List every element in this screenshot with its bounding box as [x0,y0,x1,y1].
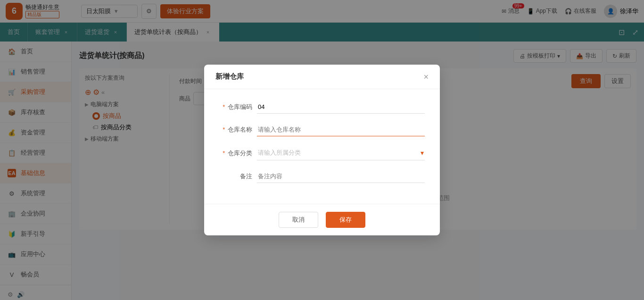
required-star-code: * [223,103,225,110]
category-form-row: * 仓库分类 请输入所属分类 ▾ [219,146,425,160]
category-placeholder: 请输入所属分类 [258,149,301,157]
save-button[interactable]: 保存 [326,212,365,228]
cancel-button[interactable]: 取消 [279,212,318,228]
code-label: * 仓库编码 [219,103,257,111]
required-star-category: * [223,150,225,157]
modal-body: * 仓库编码 * 仓库名称 * 仓库分类 请输入所属 [204,89,440,204]
add-warehouse-modal: 新增仓库 × * 仓库编码 * 仓库名称 [204,65,440,235]
category-dropdown-icon: ▾ [421,149,424,157]
code-form-row: * 仓库编码 [219,100,425,114]
modal-close-button[interactable]: × [423,73,429,81]
required-star-name: * [223,126,225,133]
note-label: 备注 [219,172,257,181]
category-select[interactable]: 请输入所属分类 ▾ [257,146,425,160]
category-label: * 仓库分类 [219,149,257,158]
name-form-row: * 仓库名称 [219,123,425,136]
name-label: * 仓库名称 [219,125,257,134]
modal-overlay: 新增仓库 × * 仓库编码 * 仓库名称 [0,0,644,300]
note-form-row: 备注 [219,170,425,183]
modal-title: 新增仓库 [215,72,244,81]
modal-footer: 取消 保存 [204,204,440,235]
note-input[interactable] [257,170,425,183]
code-input[interactable] [257,100,425,114]
modal-header: 新增仓库 × [204,65,440,89]
name-input[interactable] [257,123,425,136]
